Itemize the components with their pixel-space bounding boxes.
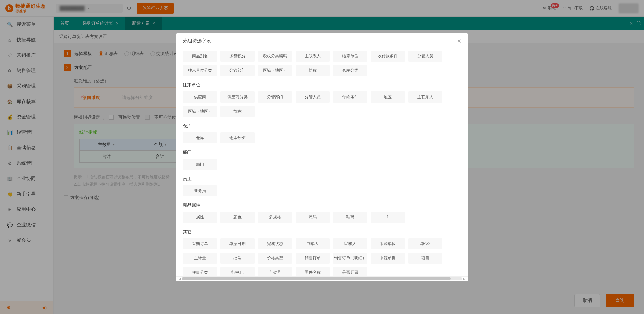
field-chip-0-11[interactable]: 仓库分类 [333,65,367,76]
field-chip-0-2[interactable]: 税收分类编码 [258,51,292,62]
field-chip-6-0[interactable]: 采购订单 [183,238,217,249]
field-chip-6-2[interactable]: 完成状态 [258,238,292,249]
scroll-track[interactable] [182,277,462,280]
modal-horizontal-scrollbar[interactable]: ◀ ▶ [176,276,468,281]
field-chip-6-5[interactable]: 采购单位 [371,238,405,249]
modal-overlay[interactable]: 分组待选字段 ✕ 商品别名拣货积分税收分类编码主联系人结算单位收付款条件分管人员… [0,0,644,314]
field-chip-5-5[interactable]: 1 [371,212,405,223]
field-grid-3: 部门 [183,159,461,170]
field-chip-6-18[interactable]: 是否开票 [333,267,367,276]
modal-title: 分组待选字段 [183,38,211,44]
field-chip-1-8[interactable]: 简称 [220,106,255,117]
field-grid-0: 商品别名拣货积分税收分类编码主联系人结算单位收付款条件分管人员往来单位分类分管部… [183,51,461,76]
field-group-title-3: 部门 [183,149,461,155]
field-chip-1-6[interactable]: 主联系人 [408,91,442,103]
field-chip-2-0[interactable]: 仓库 [183,132,217,143]
field-chip-0-3[interactable]: 主联系人 [296,51,330,62]
modal-body: 商品别名拣货积分税收分类编码主联系人结算单位收付款条件分管人员往来单位分类分管部… [176,49,468,276]
field-chip-0-8[interactable]: 分管部门 [220,65,255,76]
field-chip-1-3[interactable]: 分管人员 [296,91,330,103]
field-chip-6-16[interactable]: 车架号 [258,267,292,276]
field-group-title-4: 员工 [183,176,461,182]
field-chip-1-5[interactable]: 地区 [371,91,405,103]
scroll-left-icon[interactable]: ◀ [178,277,182,281]
scroll-right-icon[interactable]: ▶ [462,277,466,281]
field-grid-5: 属性颜色多规格尺码鞋码1 [183,212,461,223]
field-chip-6-13[interactable]: 项目 [408,253,442,264]
field-chip-6-15[interactable]: 行中止 [220,267,255,276]
field-chip-0-5[interactable]: 收付款条件 [371,51,405,62]
field-group-title-6: 其它 [183,229,461,235]
scroll-thumb[interactable] [182,277,451,280]
field-chip-6-4[interactable]: 审核人 [333,238,367,249]
field-group-title-1: 往来单位 [183,82,461,88]
field-chip-6-17[interactable]: 零件名称 [296,267,330,276]
field-grid-4: 业务员 [183,185,461,196]
field-chip-6-3[interactable]: 制单人 [296,238,330,249]
field-chip-0-7[interactable]: 往来单位分类 [183,65,217,76]
field-chip-6-7[interactable]: 主计量 [183,253,217,264]
field-chip-6-10[interactable]: 销售订单 [296,253,330,264]
field-chip-6-12[interactable]: 来源单据 [371,253,405,264]
field-chip-6-9[interactable]: 价格类型 [258,253,292,264]
field-chip-3-0[interactable]: 部门 [183,159,217,170]
field-chip-1-2[interactable]: 分管部门 [258,91,292,103]
field-select-modal: 分组待选字段 ✕ 商品别名拣货积分税收分类编码主联系人结算单位收付款条件分管人员… [176,33,468,281]
field-chip-6-6[interactable]: 单位2 [408,238,442,249]
field-chip-1-1[interactable]: 供应商分类 [220,91,255,103]
field-chip-6-11[interactable]: 销售订单（明细） [333,253,367,264]
field-chip-1-4[interactable]: 付款条件 [333,91,367,103]
field-chip-5-1[interactable]: 颜色 [220,212,255,223]
modal-header: 分组待选字段 ✕ [176,33,468,49]
field-chip-1-7[interactable]: 区域（地区） [183,106,217,117]
close-icon[interactable]: ✕ [457,38,461,44]
field-chip-0-1[interactable]: 拣货积分 [220,51,255,62]
field-chip-5-4[interactable]: 鞋码 [333,212,367,223]
field-chip-2-1[interactable]: 仓库分类 [220,132,255,143]
field-grid-1: 供应商供应商分类分管部门分管人员付款条件地区主联系人区域（地区）简称 [183,91,461,117]
field-chip-5-3[interactable]: 尺码 [296,212,330,223]
field-chip-0-10[interactable]: 简称 [296,65,330,76]
field-chip-0-0[interactable]: 商品别名 [183,51,217,62]
field-grid-2: 仓库仓库分类 [183,132,461,143]
field-chip-0-4[interactable]: 结算单位 [333,51,367,62]
field-chip-0-9[interactable]: 区域（地区） [258,65,292,76]
field-group-title-5: 商品属性 [183,202,461,208]
field-chip-6-1[interactable]: 单据日期 [220,238,255,249]
field-chip-4-0[interactable]: 业务员 [183,185,217,196]
field-chip-5-2[interactable]: 多规格 [258,212,292,223]
field-chip-0-6[interactable]: 分管人员 [408,51,442,62]
field-chip-5-0[interactable]: 属性 [183,212,217,223]
field-chip-6-8[interactable]: 批号 [220,253,255,264]
field-chip-1-0[interactable]: 供应商 [183,91,217,103]
field-grid-6: 采购订单单据日期完成状态制单人审核人采购单位单位2主计量批号价格类型销售订单销售… [183,238,461,276]
field-group-title-2: 仓库 [183,123,461,129]
field-chip-6-14[interactable]: 项目分类 [183,267,217,276]
